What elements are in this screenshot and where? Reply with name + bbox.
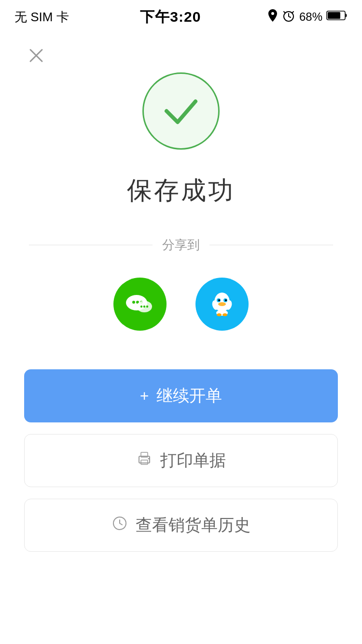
history-button[interactable]: 查看销货单历史	[24, 499, 338, 552]
status-right: 68%	[267, 9, 348, 25]
svg-point-18	[218, 302, 226, 306]
main-content: 保存成功 分享到	[0, 34, 362, 552]
location-icon	[267, 9, 278, 25]
wechat-icon	[123, 287, 157, 321]
status-time: 下午3:20	[140, 7, 201, 27]
svg-point-6	[132, 301, 135, 304]
qq-share-button[interactable]	[195, 278, 249, 331]
svg-point-17	[225, 299, 227, 301]
svg-rect-2	[328, 12, 340, 19]
svg-point-23	[223, 313, 227, 316]
print-button[interactable]: 打印单据	[24, 434, 338, 487]
svg-point-16	[218, 299, 220, 301]
divider-line-left	[29, 245, 153, 245]
svg-point-22	[217, 313, 222, 316]
wechat-share-button[interactable]	[113, 278, 167, 331]
divider-line-right	[209, 245, 333, 245]
share-label: 分享到	[153, 237, 209, 253]
plus-icon: +	[140, 387, 149, 405]
print-label: 打印单据	[160, 449, 226, 472]
carrier-label: 无 SIM 卡	[14, 9, 69, 26]
success-icon-circle	[142, 72, 220, 150]
history-label: 查看销货单历史	[136, 514, 251, 536]
svg-point-10	[140, 306, 142, 308]
battery-icon	[326, 10, 348, 24]
action-buttons: + 继续开单 打印单据 查看销货单历史	[0, 369, 362, 552]
qq-icon	[206, 288, 238, 321]
success-title: 保存成功	[127, 174, 235, 208]
printer-icon	[136, 450, 153, 471]
continue-label: 继续开单	[156, 385, 222, 407]
svg-rect-25	[141, 460, 148, 464]
status-left: 无 SIM 卡	[14, 9, 74, 26]
alarm-icon	[282, 9, 295, 25]
checkmark-icon	[159, 89, 203, 133]
battery-label: 68%	[299, 10, 322, 24]
status-bar: 无 SIM 卡 下午3:20 68%	[0, 0, 362, 34]
clock-icon	[111, 515, 128, 535]
svg-point-11	[143, 306, 145, 308]
continue-button[interactable]: + 继续开单	[24, 369, 338, 422]
svg-point-27	[148, 458, 150, 460]
close-button[interactable]	[24, 43, 48, 68]
share-icons-group	[113, 278, 249, 331]
svg-point-12	[146, 306, 148, 308]
share-divider: 分享到	[0, 237, 362, 253]
